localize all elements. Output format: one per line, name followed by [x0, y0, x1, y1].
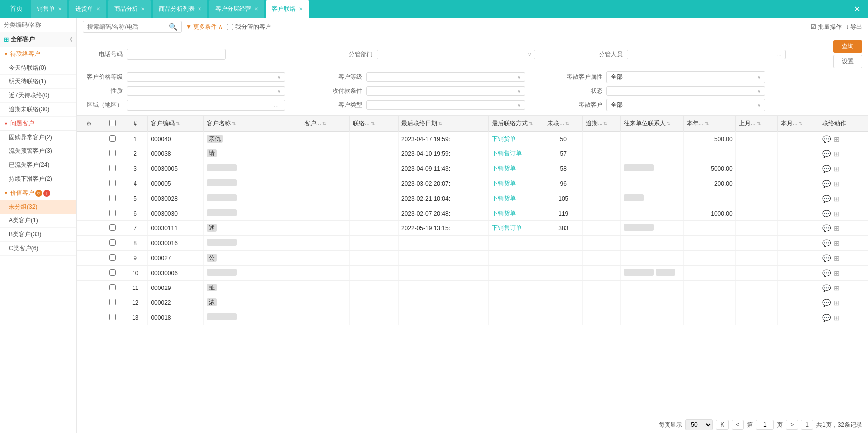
dept-select[interactable]: ∨: [377, 50, 535, 59]
method-link-6[interactable]: 下销售订单: [492, 224, 522, 231]
contact-action-icon-7[interactable]: 💬: [822, 239, 831, 247]
prev-page-button[interactable]: <: [732, 420, 744, 430]
window-close-button[interactable]: ✕: [850, 2, 864, 16]
more-conditions-button[interactable]: ▼ 更多条件 ∧: [186, 23, 223, 31]
td-check-9[interactable]: [102, 266, 123, 281]
all-customers-section[interactable]: ⊞ 全部客户 《: [0, 32, 76, 47]
settings-icon[interactable]: ⚙: [86, 120, 92, 127]
th-last-month[interactable]: 上月...⇅: [735, 116, 777, 132]
more-action-icon-6[interactable]: ⊞: [834, 224, 840, 232]
method-link-5[interactable]: 下销货单: [492, 210, 516, 216]
sidebar-item-churned[interactable]: 已流失客户(24): [0, 158, 76, 172]
row-checkbox-5[interactable]: [109, 210, 116, 216]
td-check-11[interactable]: [102, 295, 123, 310]
sidebar-item-class-c[interactable]: C类客户(6): [0, 242, 76, 256]
td-check-5[interactable]: [102, 206, 123, 221]
more-action-icon-7[interactable]: ⊞: [834, 239, 840, 247]
row-checkbox-4[interactable]: [109, 195, 116, 201]
last-page-button[interactable]: 1: [801, 420, 813, 430]
region-ellipsis[interactable]: ...: [272, 102, 281, 109]
row-checkbox-0[interactable]: [109, 135, 116, 142]
more-action-icon-12[interactable]: ⊞: [834, 314, 840, 322]
sparse-attr-select[interactable]: 全部 ∨: [606, 71, 765, 83]
td-check-7[interactable]: [102, 236, 123, 251]
td-check-6[interactable]: [102, 221, 123, 236]
sidebar-group-value[interactable]: ▼ 价值客户 ↻ !: [0, 186, 76, 200]
method-link-2[interactable]: 下销货单: [492, 165, 516, 172]
td-check-1[interactable]: [102, 146, 123, 161]
th-this-month[interactable]: 本月...⇅: [777, 116, 819, 132]
contact-action-icon-2[interactable]: 💬: [822, 165, 831, 173]
contact-action-icon-12[interactable]: 💬: [822, 314, 831, 322]
close-contact-icon[interactable]: ✕: [299, 6, 303, 12]
contact-action-icon-9[interactable]: 💬: [822, 269, 831, 277]
tab-product-analysis-list[interactable]: 商品分析列表 ✕: [153, 0, 207, 18]
home-tab[interactable]: 首页: [4, 0, 29, 18]
page-number-input[interactable]: [756, 420, 774, 430]
more-action-icon-1[interactable]: ⊞: [834, 150, 840, 158]
th-contact[interactable]: 联络...⇅: [349, 116, 398, 132]
tab-customer-segment[interactable]: 客户分层经营 ✕: [209, 0, 264, 18]
row-checkbox-3[interactable]: [109, 180, 116, 186]
th-overdue[interactable]: 逾期...⇅: [583, 116, 621, 132]
sidebar-group-pending[interactable]: ▼ 待联络客户: [0, 47, 76, 61]
method-link-0[interactable]: 下销货单: [492, 135, 516, 142]
sidebar-item-tomorrow-pending[interactable]: 明天待联络(1): [0, 75, 76, 89]
row-checkbox-9[interactable]: [109, 269, 116, 276]
tab-purchase-order[interactable]: 进货单 ✕: [69, 0, 106, 18]
next-page-button[interactable]: >: [786, 420, 798, 430]
th-type[interactable]: 客户...⇅: [301, 116, 349, 132]
batch-operations-button[interactable]: ☑ 批量操作: [811, 23, 842, 31]
first-page-button[interactable]: K: [716, 420, 729, 430]
contact-action-icon-1[interactable]: 💬: [822, 150, 831, 158]
row-checkbox-11[interactable]: [109, 299, 116, 305]
region-select[interactable]: ...: [127, 100, 285, 111]
close-product-analysis-icon[interactable]: ✕: [141, 6, 145, 12]
sparse-customer-select[interactable]: 全部 ∨: [606, 99, 765, 111]
th-liaison[interactable]: 往来单位联系人⇅: [621, 116, 683, 132]
category-search-input[interactable]: [4, 21, 77, 28]
row-checkbox-7[interactable]: [109, 239, 116, 246]
close-sales-order-icon[interactable]: ✕: [58, 6, 62, 12]
row-checkbox-12[interactable]: [109, 314, 116, 320]
manager-select[interactable]: ...: [627, 50, 786, 59]
th-this-year[interactable]: 本年...⇅: [683, 116, 735, 132]
sidebar-group-problem[interactable]: ▼ 问题客户: [0, 117, 76, 131]
th-settings[interactable]: ⚙: [77, 116, 102, 132]
td-check-4[interactable]: [102, 191, 123, 206]
per-page-select[interactable]: 50 100 200: [685, 419, 713, 430]
th-name[interactable]: 客户名称⇅: [203, 116, 301, 132]
price-level-select[interactable]: ∨: [127, 72, 285, 82]
th-unlink-days[interactable]: 未联...⇅: [544, 116, 583, 132]
th-last-date[interactable]: 最后联络日期⇅: [398, 116, 488, 132]
status-select[interactable]: ∨: [606, 86, 765, 96]
reset-button[interactable]: 设置: [833, 55, 862, 68]
tab-product-analysis[interactable]: 商品分析 ✕: [108, 0, 151, 18]
more-action-icon-8[interactable]: ⊞: [834, 254, 840, 262]
method-link-1[interactable]: 下销售订单: [492, 150, 522, 157]
contact-action-icon-4[interactable]: 💬: [822, 195, 831, 203]
customer-type-select[interactable]: ∨: [366, 100, 525, 110]
contact-action-icon-0[interactable]: 💬: [822, 135, 831, 143]
close-product-list-icon[interactable]: ✕: [198, 6, 201, 12]
more-action-icon-4[interactable]: ⊞: [834, 195, 840, 203]
close-purchase-order-icon[interactable]: ✕: [96, 6, 100, 12]
close-segment-icon[interactable]: ✕: [254, 6, 258, 12]
contact-action-icon-5[interactable]: 💬: [822, 210, 831, 217]
contact-action-icon-11[interactable]: 💬: [822, 299, 831, 307]
th-last-method[interactable]: 最后联络方式⇅: [489, 116, 544, 132]
sidebar-item-overdue-contact[interactable]: 逾期未联络(30): [0, 103, 76, 117]
customer-level-select[interactable]: ∨: [366, 72, 525, 82]
more-action-icon-3[interactable]: ⊞: [834, 180, 840, 188]
export-button[interactable]: ↓ 导出: [846, 23, 862, 31]
td-check-12[interactable]: [102, 310, 123, 325]
row-checkbox-2[interactable]: [109, 165, 116, 171]
sidebar-item-week-pending[interactable]: 近7天待联络(0): [0, 89, 76, 103]
th-code[interactable]: 客户编码⇅: [148, 116, 203, 132]
sidebar-item-declining[interactable]: 持续下滑客户(2): [0, 172, 76, 186]
td-check-10[interactable]: [102, 281, 123, 295]
contact-action-icon-3[interactable]: 💬: [822, 180, 831, 188]
more-action-icon-10[interactable]: ⊞: [834, 284, 840, 292]
tab-sales-order[interactable]: 销售单 ✕: [31, 0, 67, 18]
more-action-icon-9[interactable]: ⊞: [834, 269, 840, 277]
